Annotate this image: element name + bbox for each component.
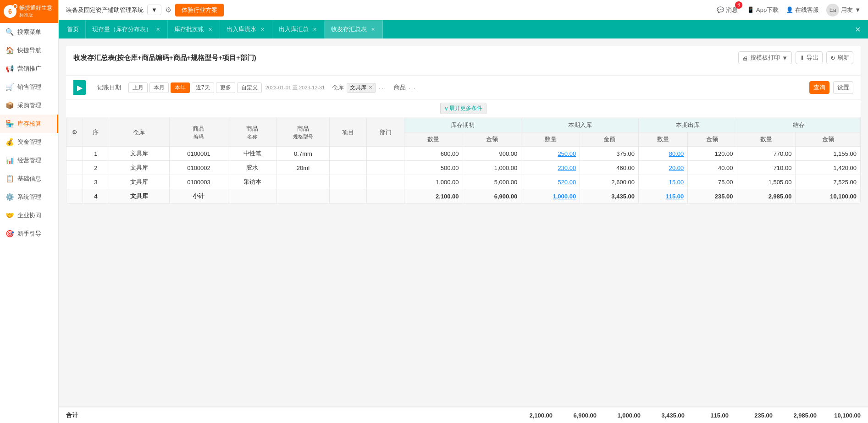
- print-button[interactable]: 🖨 按模板打印 ▼: [738, 51, 792, 64]
- sidebar-item-enterprise[interactable]: 🤝 企业协同: [0, 206, 58, 225]
- search-icon: 🔍: [6, 28, 14, 36]
- sidebar-item-inventory[interactable]: 🏪 库存核算: [0, 115, 58, 133]
- tab-stock-dist[interactable]: 现存量（库存分布表） ✕: [86, 20, 168, 38]
- tab-summary-io-close[interactable]: ✕: [311, 26, 318, 33]
- tab-stock-summary[interactable]: 收发存汇总表 ✕: [325, 20, 383, 38]
- app-download-item[interactable]: 📱 App下载: [747, 6, 779, 14]
- content-area: 收发存汇总表(按仓库+商品编码+商品+规格型号+项目+部门) 🖨 按模板打印 ▼…: [59, 38, 868, 407]
- sidebar-item-guide[interactable]: 🎯 新手引导: [0, 225, 58, 243]
- goods-dots[interactable]: ···: [409, 84, 416, 91]
- purchase-icon: 📦: [6, 101, 14, 110]
- service-icon: 👤: [786, 6, 793, 13]
- trial-button[interactable]: 体验行业方案: [175, 4, 224, 16]
- sidebar-item-finance[interactable]: 💰 资金管理: [0, 133, 58, 151]
- sidebar-item-operations[interactable]: 📊 经营管理: [0, 151, 58, 170]
- settings-icon[interactable]: ⚙: [165, 5, 171, 14]
- col-header-num: 序: [83, 118, 109, 147]
- table-subtotal-row: 4 文具库 小计 2,100.00 6,900.00 1,000.00 3,43…: [66, 189, 861, 203]
- date-btn-custom[interactable]: 自定义: [237, 82, 262, 93]
- app-edition: 标准版: [19, 12, 52, 18]
- sidebar-item-system[interactable]: ⚙️ 系统管理: [0, 188, 58, 206]
- col-open-qty: 数量: [404, 132, 463, 147]
- row2-open-qty: 500.00: [404, 161, 463, 175]
- date-buttons: 上月 本月 本年 近7天 更多 自定义 2023-01-01 至 2023-12…: [128, 82, 325, 93]
- row3-out-qty[interactable]: 15.00: [638, 175, 687, 189]
- row3-open-qty: 1,000.00: [404, 175, 463, 189]
- sidebar-item-search[interactable]: 🔍 搜索菜单: [0, 23, 58, 41]
- tab-stock-summary-close[interactable]: ✕: [370, 26, 376, 33]
- export-button[interactable]: ⬇ 导出: [796, 51, 823, 64]
- tab-stock-dist-close[interactable]: ✕: [155, 26, 161, 33]
- enterprise-icon: 🤝: [6, 211, 14, 220]
- page-title: 收发存汇总表(按仓库+商品编码+商品+规格型号+项目+部门): [73, 54, 256, 62]
- query-button[interactable]: 查询: [809, 81, 829, 94]
- row2-in-qty[interactable]: 230.00: [521, 161, 580, 175]
- online-service-item[interactable]: 👤 在线客服: [786, 6, 819, 14]
- sidebar-item-sales[interactable]: 🛒 销售管理: [0, 78, 58, 96]
- tab-bar-close-all[interactable]: ✕: [851, 25, 864, 34]
- col-header-out: 本期出库: [638, 118, 737, 132]
- tab-home[interactable]: 首页: [62, 20, 86, 38]
- row2-out-qty[interactable]: 20.00: [638, 161, 687, 175]
- warehouse-tag-close-icon[interactable]: ✕: [368, 84, 373, 91]
- col-header-warehouse: 仓库: [109, 118, 169, 147]
- refresh-button[interactable]: ↻ 刷新: [826, 51, 853, 64]
- warehouse-dots[interactable]: ···: [379, 84, 387, 91]
- finance-icon: 💰: [6, 138, 14, 146]
- basic-icon: 📋: [6, 175, 14, 183]
- table-settings-col[interactable]: ⚙: [66, 118, 83, 147]
- row1-open-amt: 900.00: [463, 147, 521, 161]
- tab-batch-close[interactable]: ✕: [207, 26, 213, 33]
- system-selector[interactable]: ▼: [147, 5, 161, 15]
- sidebar-item-marketing[interactable]: 📢 营销推广: [0, 60, 58, 78]
- row2-open-amt: 1,000.00: [463, 161, 521, 175]
- row2-name: 胶水: [228, 161, 276, 175]
- row2-bal-qty: 710.00: [737, 161, 796, 175]
- col-header-goods-spec: 商品规格型号: [276, 118, 329, 147]
- sidebar-item-basic[interactable]: 📋 基础信息: [0, 170, 58, 188]
- messages-item[interactable]: 💬 消息 6: [715, 4, 740, 16]
- row1-out-qty[interactable]: 80.00: [638, 147, 687, 161]
- tab-flow[interactable]: 出入库流水 ✕: [220, 20, 272, 38]
- sidebar-purchase-label: 采购管理: [17, 101, 41, 110]
- row1-in-qty[interactable]: 250.00: [521, 147, 580, 161]
- date-btn-7days[interactable]: 近7天: [192, 82, 214, 93]
- expand-conditions-button[interactable]: ∨ 展开更多条件: [440, 103, 487, 114]
- row3-bal-amt: 7,525.00: [796, 175, 861, 189]
- row3-in-amt: 2,600.00: [580, 175, 639, 189]
- filter-bar: ▶ 记账日期 上月 本月 本年 近7天 更多 自定义 2023-01-01 至 …: [66, 75, 861, 99]
- footer-open-qty: 2,100.00: [516, 412, 553, 419]
- date-btn-this-month[interactable]: 本月: [149, 82, 169, 93]
- filter-settings-button[interactable]: 设置: [833, 81, 853, 94]
- date-btn-prev-month[interactable]: 上月: [128, 82, 148, 93]
- tab-summary-io[interactable]: 出入库汇总 ✕: [272, 20, 325, 38]
- row3-checkbox: [66, 175, 83, 189]
- warehouse-tag[interactable]: 文具库 ✕: [347, 83, 376, 93]
- tab-flow-close[interactable]: ✕: [259, 26, 265, 33]
- page-actions: 🖨 按模板打印 ▼ ⬇ 导出 ↻ 刷新: [738, 51, 853, 64]
- date-range-display: 2023-01-01 至 2023-12-31: [265, 84, 325, 91]
- chevron-down-icon: ▼: [151, 6, 157, 13]
- subtotal-bal-qty: 2,985.00: [737, 189, 796, 203]
- topbar: 装备及固定资产辅助管理系统 ▼ ⚙ 体验行业方案 💬 消息 6 📱 App下载 …: [59, 0, 868, 20]
- filter-toggle-button[interactable]: ▶: [73, 80, 86, 95]
- date-btn-more[interactable]: 更多: [216, 82, 235, 93]
- sidebar-item-purchase[interactable]: 📦 采购管理: [0, 96, 58, 115]
- subtotal-in-qty[interactable]: 1,000.00: [521, 189, 580, 203]
- subtotal-out-qty[interactable]: 115.00: [638, 189, 687, 203]
- footer-bal-qty: 2,985.00: [780, 412, 817, 419]
- user-item[interactable]: Ea 用友 ▼: [826, 4, 861, 16]
- sidebar-inventory-label: 库存核算: [17, 120, 41, 128]
- row1-in-amt: 375.00: [580, 147, 639, 161]
- tab-batch[interactable]: 库存批次账 ✕: [168, 20, 220, 38]
- row3-num: 3: [83, 175, 109, 189]
- row3-project: [330, 175, 367, 189]
- export-icon: ⬇: [800, 55, 805, 61]
- subtotal-bal-amt: 10,100.00: [796, 189, 861, 203]
- row3-in-qty[interactable]: 520.00: [521, 175, 580, 189]
- sidebar-menu: 🔍 搜索菜单 🏠 快捷导航 📢 营销推广 🛒 销售管理 📦 采购管理 🏪 库存核…: [0, 23, 58, 423]
- sidebar-item-quick-nav[interactable]: 🏠 快捷导航: [0, 41, 58, 60]
- date-btn-this-year[interactable]: 本年: [171, 82, 190, 93]
- app-download-label: App下载: [756, 6, 779, 14]
- data-table-container: ⚙ 序 仓库 商品编码 商品名称 商品规格型号 项目 部门 库存期初 本期入库 …: [66, 118, 861, 203]
